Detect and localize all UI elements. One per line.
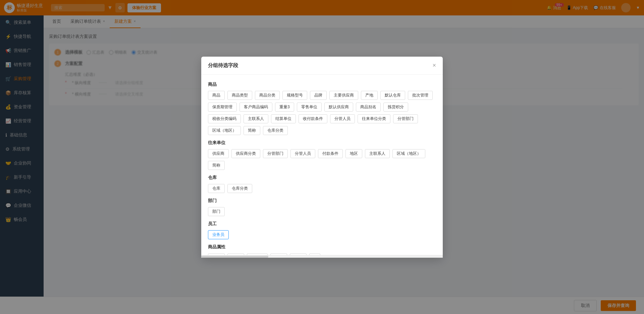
section-title-4: 员工 (208, 221, 436, 227)
field-chip-0-17[interactable]: 主联系人 (244, 114, 268, 123)
field-chip-1-8[interactable]: 简称 (208, 161, 225, 170)
modal-body: 商品商品商品类型商品分类规格型号品牌主要供应商产地默认仓库批次管理保质期管理客户… (201, 75, 443, 255)
field-chip-0-20[interactable]: 分管人员 (330, 114, 355, 123)
field-chip-0-6[interactable]: 产地 (361, 91, 378, 100)
modal-header: 分组待选字段 × (201, 57, 443, 75)
horizontal-scrollbar[interactable] (201, 255, 443, 257)
field-chip-0-1[interactable]: 商品类型 (227, 91, 252, 100)
field-chip-1-0[interactable]: 供应商 (208, 149, 229, 158)
field-chip-1-4[interactable]: 付款条件 (318, 149, 343, 158)
field-chip-1-1[interactable]: 供应商分类 (231, 149, 260, 158)
field-chip-0-15[interactable]: 拣货积分 (383, 103, 408, 112)
section-title-5: 商品属性 (208, 244, 436, 250)
field-chip-1-3[interactable]: 分管人员 (290, 149, 315, 158)
horizontal-scrollbar-thumb[interactable] (201, 256, 268, 258)
field-chip-0-7[interactable]: 默认仓库 (380, 91, 405, 100)
section-title-3: 部门 (208, 198, 436, 204)
field-grid-0: 商品商品类型商品分类规格型号品牌主要供应商产地默认仓库批次管理保质期管理客户商品… (208, 91, 436, 135)
field-chip-1-2[interactable]: 分管部门 (263, 149, 288, 158)
field-chip-0-24[interactable]: 简称 (244, 126, 260, 135)
field-chip-0-11[interactable]: 重量3 (275, 103, 294, 112)
field-chip-4-0[interactable]: 业务员 (208, 230, 229, 239)
field-grid-4: 业务员 (208, 230, 436, 239)
field-chip-0-16[interactable]: 税收分类编码 (208, 114, 241, 123)
section-title-1: 往来单位 (208, 140, 436, 146)
modal-close-button[interactable]: × (432, 62, 436, 69)
field-grid-3: 部门 (208, 207, 436, 216)
field-chip-0-8[interactable]: 批次管理 (408, 91, 433, 100)
field-chip-0-4[interactable]: 品牌 (310, 91, 327, 100)
field-grid-2: 仓库仓库分类 (208, 184, 436, 193)
field-chip-0-18[interactable]: 结算单位 (271, 114, 296, 123)
field-chip-0-14[interactable]: 商品别名 (356, 103, 381, 112)
field-chip-0-3[interactable]: 规格型号 (282, 91, 307, 100)
field-chip-0-2[interactable]: 商品分类 (255, 91, 280, 100)
field-chip-0-25[interactable]: 仓库分类 (263, 126, 288, 135)
field-chip-0-13[interactable]: 默认供应商 (324, 103, 353, 112)
field-grid-1: 供应商供应商分类分管部门分管人员付款条件地区主联系人区域（地区）简称 (208, 149, 436, 170)
field-chip-1-7[interactable]: 区域（地区） (392, 149, 425, 158)
field-chip-0-21[interactable]: 往来单位分类 (358, 114, 390, 123)
field-chip-0-9[interactable]: 保质期管理 (208, 103, 237, 112)
modal-overlay: 分组待选字段 × 商品商品商品类型商品分类规格型号品牌主要供应商产地默认仓库批次… (0, 0, 644, 314)
field-chip-1-5[interactable]: 地区 (345, 149, 362, 158)
field-chip-0-23[interactable]: 区域（地区） (208, 126, 241, 135)
field-chip-2-1[interactable]: 仓库分类 (227, 184, 252, 193)
field-chip-0-5[interactable]: 主要供应商 (329, 91, 358, 100)
field-select-modal: 分组待选字段 × 商品商品商品类型商品分类规格型号品牌主要供应商产地默认仓库批次… (201, 57, 443, 258)
field-chip-0-12[interactable]: 零售单位 (297, 103, 322, 112)
field-chip-0-0[interactable]: 商品 (208, 91, 225, 100)
field-chip-2-0[interactable]: 仓库 (208, 184, 225, 193)
field-chip-3-0[interactable]: 部门 (208, 207, 225, 216)
section-title-2: 仓库 (208, 175, 436, 181)
field-chip-1-6[interactable]: 主联系人 (365, 149, 390, 158)
section-title-0: 商品 (208, 81, 436, 87)
modal-title: 分组待选字段 (208, 62, 238, 69)
field-chip-0-19[interactable]: 收付款条件 (299, 114, 327, 123)
field-chip-0-10[interactable]: 客户商品编码 (239, 103, 272, 112)
field-chip-0-22[interactable]: 分管部门 (393, 114, 418, 123)
